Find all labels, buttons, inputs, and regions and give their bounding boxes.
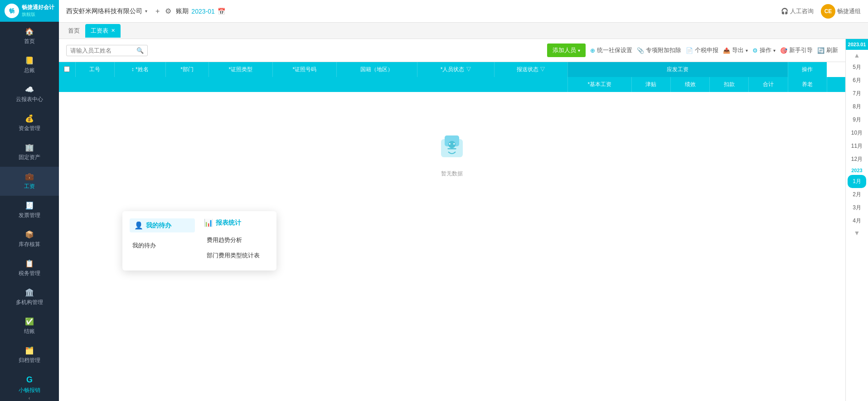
invoice-icon: 🧾 — [25, 201, 34, 210]
popup-section-todo: 👤 我的待办 我的待办 — [130, 218, 195, 263]
sidebar-item-home[interactable]: 🏠 首页 — [0, 22, 59, 51]
salary-group-header: 应发工资 — [567, 62, 788, 77]
search-input[interactable] — [70, 47, 134, 54]
topbar-right: 🎧 人工咨询 CE 畅捷通组 — [781, 4, 861, 19]
name-header[interactable]: ↕ *姓名 — [114, 62, 165, 77]
tax-return-button[interactable]: 📄 个税申报 — [686, 46, 718, 54]
special-deduction-button[interactable]: 📎 专项附加扣除 — [637, 46, 681, 54]
sidebar-item-ledger[interactable]: 📒 总账 — [0, 51, 59, 80]
tab-home[interactable]: 首页 — [63, 24, 85, 38]
sidebar-label-xiaochang: 小畅报销 — [19, 387, 40, 394]
report-icon: 📊 — [204, 218, 213, 227]
export-icon: 📤 — [723, 47, 730, 54]
sidebar-item-archive[interactable]: 🗂️ 归档管理 — [0, 341, 59, 370]
inventory-icon: 📦 — [25, 230, 34, 239]
special-deduction-icon: 📎 — [637, 47, 644, 54]
guide-icon2: 🎯 — [780, 47, 787, 54]
salary-table: 工号 ↕ *姓名 *部门 *证照类型 *证照号码 国籍（地区） *人员状态 ▽ … — [59, 62, 845, 214]
closing-icon: ✅ — [25, 317, 34, 326]
sidebar-item-cloud-report[interactable]: ☁️ 云报表中心 — [0, 80, 59, 109]
action-header: 操作 — [788, 62, 827, 77]
company-name: 西安虾米网络科技有限公司 — [66, 7, 142, 15]
sidebar-item-xiaochang[interactable]: G 小畅报销 › — [0, 370, 59, 401]
popup-sections: 👤 我的待办 我的待办 📊 报表统计 费用趋势分析 — [130, 218, 269, 263]
user-name: 畅捷通组 — [837, 7, 861, 15]
popup-my-todo[interactable]: 我的待办 — [130, 238, 195, 253]
sidebar-label-cloud: 云报表中心 — [16, 96, 43, 103]
search-icon[interactable]: 🔍 — [136, 47, 144, 54]
settings-icon[interactable]: ⚙ — [165, 7, 171, 15]
export-dropdown-icon: ▾ — [746, 48, 748, 53]
status-header[interactable]: *人员状态 ▽ — [417, 62, 494, 77]
user-profile[interactable]: CE 畅捷通组 — [821, 4, 861, 19]
sidebar-item-tax[interactable]: 📋 税务管理 — [0, 254, 59, 283]
sidebar-label-invoice: 发票管理 — [19, 212, 40, 219]
sort-icon: ↕ — [131, 66, 134, 72]
checkbox-col-header[interactable] — [59, 62, 75, 77]
todo-icon: 👤 — [134, 221, 143, 230]
report-status-header[interactable]: 报送状态 ▽ — [495, 62, 567, 77]
id-type-header: *证照类型 — [209, 62, 272, 77]
date-month-11[interactable]: 11月 — [846, 140, 868, 153]
sidebar-label-tax: 税务管理 — [19, 270, 40, 277]
empty-state: 暂无数据 — [59, 92, 845, 214]
new-guide-button[interactable]: 🎯 新手引导 — [780, 46, 813, 54]
popup-dept-cost[interactable]: 部门费用类型统计表 — [204, 248, 269, 263]
period-value: 2023-01 — [191, 8, 214, 15]
sidebar-item-fund[interactable]: 💰 资金管理 — [0, 109, 59, 138]
home-icon: 🏠 — [25, 27, 34, 36]
sidebar-item-invoice[interactable]: 🧾 发票管理 — [0, 196, 59, 225]
add-person-button[interactable]: 添加人员 ▾ — [547, 43, 586, 57]
sidebar-label-closing: 结账 — [24, 328, 35, 335]
period-selector[interactable]: 账期 2023-01 📅 — [176, 7, 225, 15]
tab-salary-table[interactable]: 工资表 ✕ — [85, 24, 121, 38]
performance-header: 绩效 — [671, 77, 710, 92]
date-nav-down[interactable]: ▼ — [846, 227, 868, 238]
logo-text: 畅捷通好会计 — [22, 4, 54, 11]
total-header: 合计 — [749, 77, 788, 92]
select-all-checkbox[interactable] — [64, 66, 70, 72]
date-month-8[interactable]: 8月 — [846, 100, 868, 113]
sidebar: 畅 畅捷通好会计 旗舰版 🏠 首页 📒 总账 ☁️ 云报表中心 💰 资金管理 🏢… — [0, 0, 59, 401]
operation-button[interactable]: ⚙ 操作 ▾ — [752, 46, 776, 54]
period-label: 账期 — [176, 7, 189, 15]
dept-header: *部门 — [165, 62, 209, 77]
date-month-12[interactable]: 12月 — [846, 153, 868, 166]
date-month-5[interactable]: 5月 — [846, 61, 868, 74]
sidebar-item-multi-org[interactable]: 🏛️ 多机构管理 — [0, 283, 59, 312]
export-button[interactable]: 📤 导出 ▾ — [723, 46, 748, 54]
add-company-button[interactable]: + — [155, 7, 160, 15]
date-month-9[interactable]: 9月 — [846, 113, 868, 126]
sidebar-label-home: 首页 — [24, 38, 35, 45]
filter-icon2: ▽ — [540, 66, 545, 72]
tab-close-icon[interactable]: ✕ — [111, 28, 115, 34]
social-insurance-button[interactable]: ⊕ 统一社保设置 — [590, 46, 632, 54]
company-selector[interactable]: 西安虾米网络科技有限公司 ▾ — [66, 7, 147, 15]
sidebar-item-inventory[interactable]: 📦 库存核算 — [0, 225, 59, 254]
popup-cost-trend[interactable]: 费用趋势分析 — [204, 232, 269, 248]
date-nav-up[interactable]: ▲ — [846, 50, 868, 61]
refresh-button[interactable]: 🔄 刷新 — [817, 46, 838, 54]
date-month-7[interactable]: 7月 — [846, 87, 868, 100]
sidebar-label-salary: 工资 — [24, 183, 35, 190]
date-month-2[interactable]: 2月 — [846, 188, 868, 201]
tabbar: 首页 工资表 ✕ — [59, 23, 868, 39]
date-month-10[interactable]: 10月 — [846, 126, 868, 140]
sidebar-item-closing[interactable]: ✅ 结账 — [0, 312, 59, 341]
sidebar-label-inventory: 库存核算 — [19, 241, 40, 248]
filter-icon: ▽ — [466, 66, 471, 72]
topbar-actions: + ⚙ — [155, 7, 171, 15]
svg-point-5 — [453, 143, 455, 145]
sidebar-item-fixed-assets[interactable]: 🏢 固定资产 — [0, 138, 59, 167]
empty-illustration — [434, 128, 470, 164]
date-month-4[interactable]: 4月 — [846, 214, 868, 227]
collapse-icon: › — [29, 396, 30, 401]
support-button[interactable]: 🎧 人工咨询 — [781, 7, 814, 15]
sidebar-item-salary[interactable]: 💼 工资 — [0, 167, 59, 196]
sidebar-label-archive: 归档管理 — [19, 357, 40, 364]
main-area: 西安虾米网络科技有限公司 ▾ + ⚙ 账期 2023-01 📅 🎧 人工咨询 C… — [59, 0, 868, 401]
date-month-6[interactable]: 6月 — [846, 74, 868, 87]
dropdown-arrow-icon: ▾ — [578, 48, 580, 53]
date-month-3[interactable]: 3月 — [846, 201, 868, 214]
date-month-1-active[interactable]: 1月 — [848, 175, 866, 188]
